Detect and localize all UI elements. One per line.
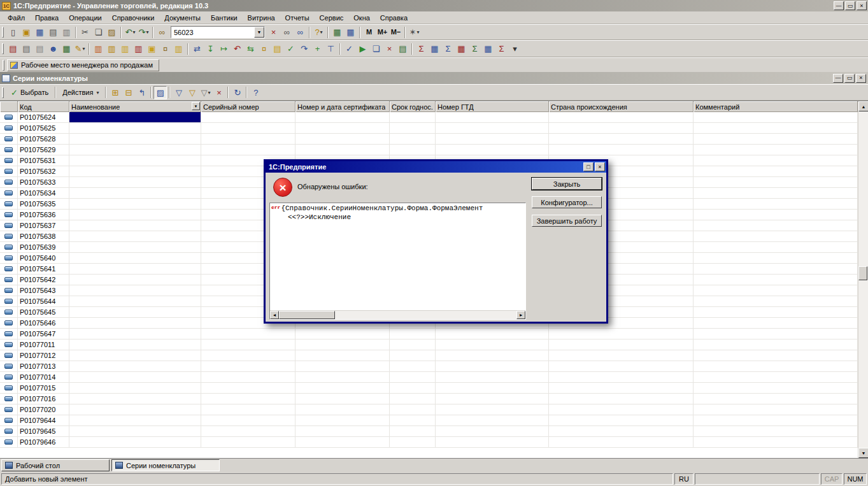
cell-certificate[interactable] [295,112,390,122]
table-row[interactable]: P01075628 [0,134,858,145]
column-header-name[interactable]: Наименование▼ [69,101,201,112]
posting-icon[interactable]: ✓ [284,42,297,55]
scroll-left-button[interactable]: ◄ [270,311,279,319]
cell-name[interactable] [69,231,201,241]
undo-icon[interactable]: ↶▾ [124,25,137,39]
combo-dropdown-icon[interactable]: ▼ [254,27,264,38]
goods-issue-icon[interactable]: ↧ [204,42,217,55]
supplier-order-icon[interactable]: ▥ [105,42,118,55]
menu-bantiki[interactable]: Бантики [206,12,243,24]
cell-code[interactable]: P01077020 [18,404,69,415]
row-marker-cell[interactable] [0,404,18,415]
cell-code[interactable]: P01075636 [18,210,69,220]
paste-icon[interactable]: ▨ [105,25,118,39]
cell-certificate[interactable] [295,383,390,393]
print-icon[interactable]: ▤ [46,25,60,39]
cell-code[interactable]: P01077014 [18,372,69,382]
reposting-icon[interactable]: ↷ [297,42,311,55]
cell-comment[interactable] [694,275,858,285]
clear-search-icon[interactable]: × [267,25,280,39]
ledger-icon[interactable]: ▤ [396,42,409,55]
cell-country[interactable] [549,415,694,425]
language-indicator[interactable]: RU [674,473,694,485]
copy-icon[interactable]: ❏ [92,25,105,39]
cell-comment[interactable] [694,145,858,155]
child-close-button[interactable]: × [856,74,866,83]
cell-name[interactable] [69,134,201,144]
clear-filter-icon[interactable]: × [212,86,225,99]
cell-name[interactable] [69,307,201,317]
table-row[interactable]: P01075629 [0,145,858,155]
counterparties-icon[interactable]: ☻ [46,42,60,55]
row-marker-cell[interactable] [0,426,18,436]
cell-expiry[interactable] [390,394,436,404]
cell-certificate[interactable] [295,394,390,404]
cell-name[interactable] [69,123,201,133]
cell-name[interactable] [69,145,201,155]
report-analysis-icon[interactable]: Σ [495,42,508,55]
cell-comment[interactable] [694,307,858,317]
child-restore-button[interactable]: ▭ [844,74,855,83]
cell-country[interactable] [549,383,694,393]
scroll-up-button[interactable]: ▲ [858,101,868,111]
cell-expiry[interactable] [390,134,436,144]
tab-nomenclature-series[interactable]: Серии номенклатуры [111,459,220,471]
row-marker-cell[interactable] [0,145,18,155]
cell-country[interactable] [549,112,694,122]
cell-code[interactable]: P01075643 [18,285,69,296]
menu-help[interactable]: Справка [375,12,413,24]
calc-memory-minus-icon[interactable]: M− [389,25,402,39]
cell-gtd[interactable] [436,383,549,393]
column-list-dropdown-icon[interactable]: ▼ [192,102,200,110]
cell-country[interactable] [549,404,694,415]
cell-serial[interactable] [201,437,295,447]
report-stock-icon[interactable]: ▦ [428,42,441,55]
cell-name[interactable] [69,112,201,122]
cell-serial[interactable] [201,145,295,155]
cell-certificate[interactable] [295,426,390,436]
cell-comment[interactable] [694,199,858,209]
cell-country[interactable] [549,134,694,144]
column-header-gtd[interactable]: Номер ГТД [436,101,549,112]
cell-name[interactable] [69,199,201,209]
row-marker-cell[interactable] [0,199,18,209]
cell-name[interactable] [69,372,201,382]
cell-comment[interactable] [694,177,858,187]
documents-journal-icon[interactable]: ▤ [271,42,284,55]
scrollbar-thumb[interactable] [279,311,335,319]
cell-comment[interactable] [694,134,858,144]
cell-expiry[interactable] [390,145,436,155]
cell-expiry[interactable] [390,329,436,339]
cell-country[interactable] [549,361,694,371]
cell-comment[interactable] [694,296,858,306]
cell-comment[interactable] [694,112,858,122]
cell-certificate[interactable] [295,350,390,361]
column-header-country[interactable]: Страна происхождения [549,101,694,112]
cell-serial[interactable] [201,329,295,339]
table-row[interactable]: P01075625 [0,123,858,134]
close-button[interactable]: × [857,1,867,10]
cell-code[interactable]: P01075628 [18,134,69,144]
row-marker-cell[interactable] [0,177,18,187]
cell-serial[interactable] [201,361,295,371]
cell-country[interactable] [549,329,694,339]
cell-serial[interactable] [201,112,295,122]
row-marker-cell[interactable] [0,242,18,252]
configurator-button[interactable]: Конфигуратор... [532,196,602,208]
more-reports-icon[interactable]: ▾ [508,42,522,55]
filter-settings-icon[interactable]: ▽▾ [199,86,212,99]
new-entry-icon[interactable]: + [311,42,324,55]
cell-serial[interactable] [201,350,295,361]
row-marker-cell[interactable] [0,415,18,425]
table-row[interactable]: P01077016 [0,394,858,404]
cell-certificate[interactable] [295,145,390,155]
cell-comment[interactable] [694,426,858,436]
cell-expiry[interactable] [390,404,436,415]
table-settings-icon[interactable]: ▦ [344,25,357,39]
context-help-icon[interactable]: ?▾ [312,25,325,39]
row-marker-cell[interactable] [0,231,18,241]
process-start-icon[interactable]: ▶ [356,42,369,55]
cell-comment[interactable] [694,318,858,328]
cell-name[interactable] [69,394,201,404]
cell-name[interactable] [69,329,201,339]
